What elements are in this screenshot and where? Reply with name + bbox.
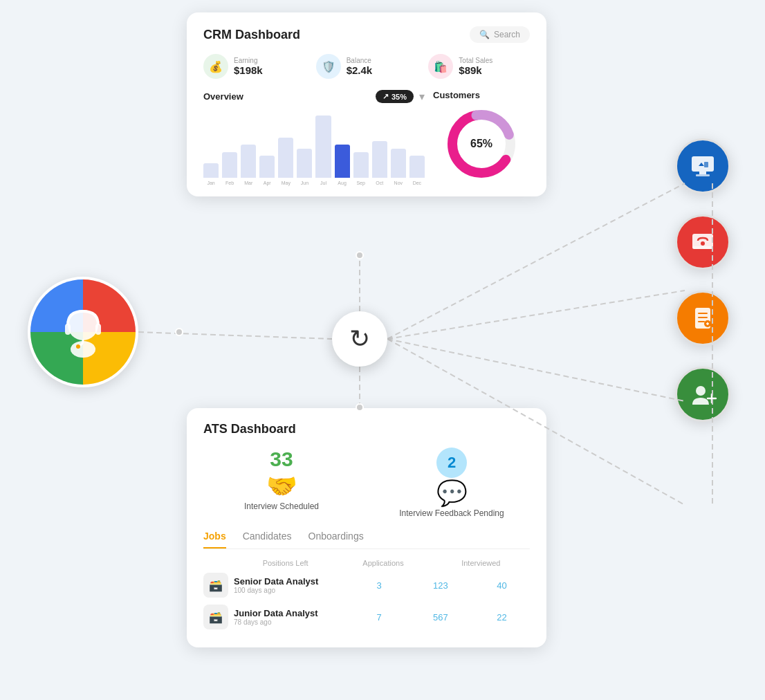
row-title-2: Junior Data Analyst bbox=[234, 608, 346, 618]
stat-earning: 💰 Earning $198k bbox=[203, 54, 305, 79]
row-icon-1: 🗃️ bbox=[203, 573, 228, 598]
ats-scheduled-number: 33 bbox=[270, 448, 293, 471]
donut-percentage: 65% bbox=[470, 138, 492, 150]
dot-crm bbox=[356, 251, 364, 259]
bar-Mar bbox=[241, 145, 256, 178]
bar-Jan bbox=[203, 163, 219, 178]
agent-headset-icon bbox=[52, 301, 114, 363]
document-icon-circle[interactable] bbox=[675, 291, 730, 346]
customers-label: Customers bbox=[433, 90, 480, 100]
bar-label-Oct: Oct bbox=[372, 181, 387, 185]
search-placeholder: Search bbox=[494, 30, 520, 39]
bar-Feb bbox=[222, 152, 237, 178]
bar-chart bbox=[203, 109, 425, 178]
row-date-2: 78 days ago bbox=[234, 618, 346, 626]
sync-button[interactable]: ↻ bbox=[332, 311, 387, 367]
ats-scheduled-label: Interview Scheduled bbox=[244, 501, 319, 511]
row-positions-1: 3 bbox=[351, 580, 407, 591]
row-date-1: 100 days ago bbox=[234, 587, 346, 594]
bar-Aug bbox=[335, 145, 350, 178]
overview-section: Overview ↗ 35% ▾ JanFebMarAprMayJunJulAu… bbox=[203, 90, 425, 185]
tab-onboardings[interactable]: Onboardings bbox=[308, 531, 364, 549]
search-icon: 🔍 bbox=[479, 30, 490, 39]
bar-label-Feb: Feb bbox=[222, 181, 237, 185]
ats-stat-scheduled: 33 🤝 Interview Scheduled bbox=[203, 448, 360, 518]
table-row: 🗃️ Junior Data Analyst 78 days ago 7 567… bbox=[203, 605, 530, 629]
bar-label-Mar: Mar bbox=[241, 181, 256, 185]
trend-up-icon: ↗ bbox=[383, 92, 389, 101]
table-row: 🗃️ Senior Data Analyst 100 days ago 3 12… bbox=[203, 573, 530, 598]
ats-tabs: Jobs Candidates Onboardings bbox=[203, 531, 530, 549]
bar-label-Apr: Apr bbox=[259, 181, 275, 185]
bar-label-Aug: Aug bbox=[335, 181, 350, 185]
svg-point-21 bbox=[701, 241, 705, 246]
tab-candidates[interactable]: Candidates bbox=[243, 531, 292, 549]
crm-stat-row: 💰 Earning $198k 🛡️ Balance $2.4k 🛍️ Tota… bbox=[203, 54, 530, 79]
tab-jobs[interactable]: Jobs bbox=[203, 531, 226, 549]
bar-Apr bbox=[259, 156, 275, 178]
row-applications-2: 567 bbox=[412, 612, 468, 623]
svg-rect-10 bbox=[95, 324, 101, 335]
balance-info: Balance $2.4k bbox=[347, 57, 373, 77]
add-person-icon-circle[interactable] bbox=[675, 367, 730, 422]
crm-title: CRM Dashboard bbox=[203, 28, 300, 42]
ats-pending-label: Interview Feedback Pending bbox=[399, 508, 504, 518]
svg-rect-22 bbox=[692, 246, 713, 249]
svg-line-5 bbox=[387, 339, 685, 401]
svg-point-12 bbox=[76, 344, 80, 349]
monitor-icon-circle[interactable] bbox=[675, 138, 730, 194]
svg-rect-17 bbox=[699, 172, 706, 174]
svg-rect-16 bbox=[692, 156, 714, 172]
balance-label: Balance bbox=[347, 57, 373, 64]
th-interviewed: Interviewed bbox=[432, 559, 530, 567]
svg-rect-9 bbox=[65, 324, 71, 335]
ats-pending-badge: 2 bbox=[436, 448, 467, 478]
customers-section: Customers 65% bbox=[433, 90, 530, 185]
bar-Dec bbox=[409, 156, 425, 178]
row-positions-2: 7 bbox=[351, 612, 407, 623]
ats-pending-number: 2 bbox=[448, 454, 456, 472]
row-interviewed-2: 22 bbox=[474, 612, 530, 623]
ats-interview-icon: 🤝 bbox=[266, 474, 297, 499]
crm-dashboard: CRM Dashboard 🔍 Search 💰 Earning $198k 🛡… bbox=[187, 12, 546, 196]
ats-stats-row: 33 🤝 Interview Scheduled 2 💬 Interview F… bbox=[203, 448, 530, 518]
row-info-2: Junior Data Analyst 78 days ago bbox=[234, 608, 346, 626]
overview-label: Overview bbox=[203, 91, 243, 102]
stat-totalsales: 🛍️ Total Sales $89k bbox=[428, 54, 530, 79]
svg-rect-19 bbox=[704, 162, 708, 167]
crm-search[interactable]: 🔍 Search bbox=[470, 26, 530, 43]
balance-value: $2.4k bbox=[347, 64, 373, 76]
bar-label-Sep: Sep bbox=[353, 181, 369, 185]
sync-icon: ↻ bbox=[349, 324, 370, 353]
dot-ats bbox=[356, 403, 364, 412]
row-info-1: Senior Data Analyst 100 days ago bbox=[234, 576, 346, 594]
ats-dashboard: ATS Dashboard 33 🤝 Interview Scheduled 2… bbox=[187, 408, 546, 647]
balance-icon: 🛡️ bbox=[316, 54, 341, 79]
bar-Oct bbox=[372, 141, 387, 178]
right-icons-panel bbox=[675, 138, 730, 422]
th-applications: Applications bbox=[334, 559, 432, 567]
ats-feedback-icon: 💬 bbox=[436, 481, 468, 506]
earning-label: Earning bbox=[234, 57, 263, 64]
agent-avatar bbox=[28, 277, 138, 387]
bar-label-Jul: Jul bbox=[315, 181, 331, 185]
bar-label-Jun: Jun bbox=[297, 181, 312, 185]
earning-info: Earning $198k bbox=[234, 57, 263, 77]
sales-value: $89k bbox=[459, 64, 481, 76]
dropdown-icon[interactable]: ▾ bbox=[419, 90, 425, 103]
bar-label-Dec: Dec bbox=[409, 181, 425, 185]
bar-Sep bbox=[353, 152, 369, 178]
bar-labels: JanFebMarAprMayJunJulAugSepOctNovDec bbox=[203, 181, 425, 185]
phone-icon-circle[interactable] bbox=[675, 214, 730, 270]
bar-May bbox=[278, 138, 293, 178]
bar-Jul bbox=[315, 116, 331, 178]
dot-agent bbox=[175, 328, 183, 336]
row-interviewed-1: 40 bbox=[474, 580, 530, 591]
earning-icon: 💰 bbox=[203, 54, 228, 79]
svg-line-0 bbox=[138, 332, 332, 339]
donut-chart: 65% bbox=[443, 106, 519, 182]
sales-label: Total Sales bbox=[459, 57, 492, 64]
ats-stat-pending: 2 💬 Interview Feedback Pending bbox=[374, 448, 530, 518]
sales-icon: 🛍️ bbox=[428, 54, 453, 79]
ats-table-header: Positions Left Applications Interviewed bbox=[203, 559, 530, 567]
